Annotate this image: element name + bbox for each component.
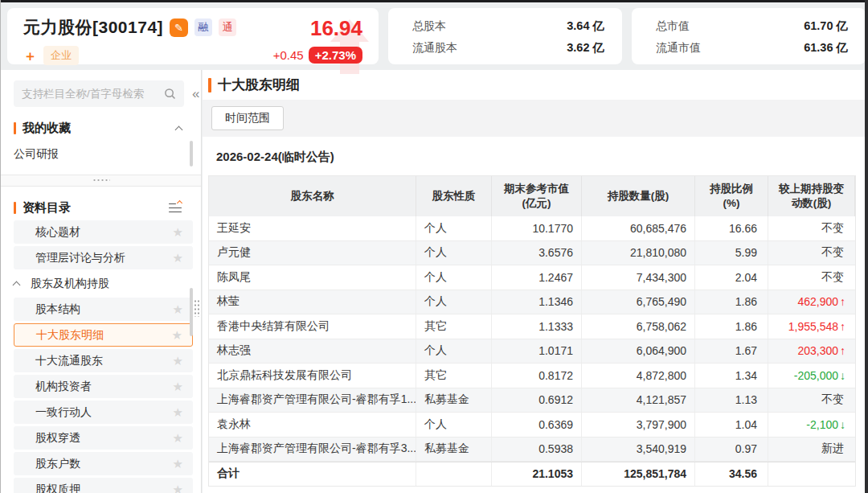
star-icon[interactable] (173, 354, 183, 368)
price-change-percent-badge: +2.73% (309, 47, 362, 64)
last-price: 16.94 (273, 16, 362, 41)
change-direction-arrow-icon (840, 418, 845, 431)
panel-resize-handle[interactable] (194, 299, 199, 317)
directory-title: 资料目录 (23, 200, 169, 216)
stock-header: 元力股份[300174] ✎ 融 通 ＋ 企业 16.94 +0.45 +2.7… (1, 2, 866, 70)
table-row[interactable]: 北京鼎耘科技发展有限公司 其它 0.8172 4,872,800 1.34 -2… (209, 364, 855, 388)
star-icon[interactable] (173, 380, 183, 394)
chevron-up-icon[interactable] (175, 125, 183, 134)
chevron-up-icon (13, 281, 21, 289)
sidebar-nav-item[interactable]: 股东户数 (14, 452, 193, 475)
float-mktcap-value: 61.36 亿 (804, 40, 848, 55)
edit-icon[interactable]: ✎ (170, 18, 188, 37)
price-change: +0.45 (273, 48, 304, 62)
directory-section-header[interactable]: 资料目录 (14, 200, 188, 216)
float-shares-value: 3.62 亿 (567, 40, 604, 55)
change-direction-arrow-icon (840, 320, 845, 333)
search-icon[interactable] (164, 88, 176, 100)
change-direction-arrow-icon (840, 369, 845, 382)
directory-nav-list: 核心题材 管理层讨论与分析 股东及机构持股 股本结构 (1, 220, 201, 493)
star-icon[interactable] (173, 302, 183, 317)
sidebar-panel-divider[interactable] (1, 175, 201, 187)
connect-badge: 通 (219, 18, 236, 36)
page-title: 十大股东明细 (218, 76, 300, 94)
total-shares-value: 3.64 亿 (567, 18, 604, 34)
table-total-row: 合计 21.1053 125,851,784 34.56 (209, 462, 855, 487)
table-row[interactable]: 陈凤尾 个人 1.2467 7,434,300 2.04 不变 (209, 265, 855, 290)
sidebar-nav-item[interactable]: 十大股东明细 (14, 323, 193, 347)
star-icon[interactable] (172, 328, 182, 343)
sidebar-search-input[interactable] (22, 88, 164, 100)
table-row[interactable]: 袁永林 个人 0.6369 3,797,900 1.04 -2,100 (209, 413, 855, 438)
market-cap-card: 总市值 61.70 亿 流通市值 61.36 亿 (632, 8, 866, 64)
directory-scrollbar-thumb[interactable] (190, 288, 193, 336)
stock-info-card: 元力股份[300174] ✎ 融 通 ＋ 企业 16.94 +0.45 +2.7… (7, 8, 379, 64)
table-body: 王延安 个人 10.1770 60,685,476 16.66 不变 卢元健 个… (209, 216, 855, 462)
margin-trading-badge: 融 (194, 18, 212, 36)
table-row[interactable]: 上海睿郡资产管理有限公司-睿郡有孚1... 私募基金 0.6912 4,121,… (209, 388, 855, 413)
window-top-edge (1, 0, 868, 2)
sidebar-nav-item[interactable]: 股本结构 (14, 298, 193, 321)
table-header-cell[interactable]: 股东名称 (209, 176, 416, 216)
report-date-heading: 2026-02-24(临时公告) (216, 150, 865, 165)
table-row[interactable]: 林志强 个人 1.0171 6,064,900 1.67 203,300 (209, 339, 855, 364)
sidebar: 我的收藏 公司研报 资料目录 核心题材 管理层讨论与分析 (1, 70, 202, 493)
sidebar-nav-item[interactable]: 一致行动人 (14, 401, 193, 424)
sidebar-item-company-report[interactable]: 公司研报 (1, 141, 201, 168)
enterprise-tag[interactable]: 企业 (43, 46, 79, 65)
favorites-section-header[interactable]: 我的收藏 (14, 121, 188, 136)
favorites-title: 我的收藏 (23, 121, 176, 136)
float-shares-label: 流通股本 (412, 41, 457, 55)
shareholders-table: 股东名称 股东性质 期末参考市值 (亿元) (208, 175, 856, 487)
table-header-cell[interactable]: 较上期持股变 动数(股) (768, 176, 855, 216)
table-row[interactable]: 香港中央结算有限公司 其它 1.1333 6,758,062 1.86 1,95… (209, 314, 855, 339)
share-capital-card: 总股本 3.64 亿 流通股本 3.62 亿 (388, 8, 622, 64)
table-header-row: 股东名称 股东性质 期末参考市值 (亿元) (209, 176, 855, 216)
sidebar-nav-item[interactable]: 机构投资者 (14, 375, 193, 398)
table-header-cell[interactable]: 持股比例 (%) (695, 176, 768, 216)
time-range-button[interactable]: 时间范围 (211, 106, 284, 130)
star-icon[interactable] (173, 483, 183, 493)
collapse-all-icon[interactable] (169, 203, 182, 214)
collapse-sidebar-icon[interactable] (189, 86, 202, 102)
sidebar-search-box[interactable] (14, 80, 184, 107)
star-icon[interactable] (173, 457, 183, 471)
total-mktcap-label: 总市值 (656, 19, 690, 34)
float-mktcap-label: 流通市值 (656, 41, 701, 55)
table-row[interactable]: 王延安 个人 10.1770 60,685,476 16.66 不变 (209, 216, 855, 241)
section-accent-bar (14, 122, 16, 134)
stock-name: 元力股份[300174] (23, 16, 163, 39)
sidebar-nav-item[interactable]: 管理层讨论与分析 (14, 246, 193, 269)
main-content: 十大股东明细 时间范围 2026-02-24(临时公告) 股东名称 股东性质 (203, 70, 865, 493)
sidebar-nav-item[interactable]: 股权质押 (14, 478, 193, 493)
sidebar-nav-item[interactable]: 股东及机构持股 (14, 272, 193, 295)
star-icon[interactable] (173, 431, 183, 446)
table-row[interactable]: 上海睿郡资产管理有限公司-睿郡有孚3... 私募基金 0.5938 3,540,… (209, 438, 855, 462)
table-row[interactable]: 林莹 个人 1.1346 6,765,490 1.86 462,900 (209, 290, 855, 315)
divider-drag-handle-icon[interactable] (92, 179, 110, 183)
filter-toolbar: 时间范围 (203, 100, 865, 137)
total-mktcap-value: 61.70 亿 (804, 18, 848, 34)
star-icon[interactable] (173, 251, 183, 265)
star-icon[interactable] (173, 405, 183, 420)
sidebar-nav-item[interactable]: 十大流通股东 (14, 349, 193, 372)
sidebar-nav-item[interactable]: 核心题材 (14, 220, 193, 244)
title-accent-bar (208, 78, 211, 92)
change-direction-arrow-icon (840, 295, 845, 308)
window-right-edge (865, 0, 868, 493)
table-row[interactable]: 卢元健 个人 3.6576 21,810,080 5.99 不变 (209, 241, 855, 266)
table-header-cell[interactable]: 期末参考市值 (亿元) (492, 176, 582, 216)
stock-identity: 元力股份[300174] ✎ 融 通 ＋ 企业 (23, 16, 236, 58)
sidebar-nav-item[interactable]: 股权穿透 (14, 426, 193, 450)
total-shares-label: 总股本 (412, 19, 446, 34)
price-block: 16.94 +0.45 +2.73% (273, 16, 367, 58)
star-icon[interactable] (173, 225, 183, 240)
add-icon[interactable]: ＋ (23, 49, 37, 63)
favorites-scrollbar-thumb[interactable] (190, 141, 193, 166)
change-direction-arrow-icon (840, 344, 845, 357)
app-window: 元力股份[300174] ✎ 融 通 ＋ 企业 16.94 +0.45 +2.7… (0, 0, 868, 493)
section-accent-bar (14, 202, 16, 214)
table-header-cell[interactable]: 股东性质 (416, 176, 492, 216)
table-header-cell[interactable]: 持股数量(股) (582, 176, 695, 216)
